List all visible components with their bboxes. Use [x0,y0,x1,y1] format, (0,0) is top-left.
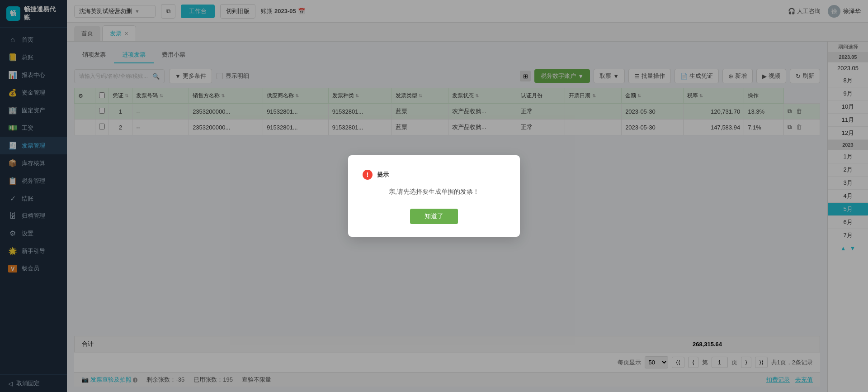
dialog-overlay: ! 提示 亲,请先选择要生成单据的发票！ 知道了 [0,0,868,392]
dialog-warning-icon: ! [363,170,373,180]
dialog-ok-button[interactable]: 知道了 [410,209,458,224]
dialog-message: 亲,请先选择要生成单据的发票！ [363,188,505,196]
dialog-title: ! 提示 [363,170,505,180]
dialog-footer: 知道了 [363,209,505,224]
dialog: ! 提示 亲,请先选择要生成单据的发票！ 知道了 [348,155,520,237]
